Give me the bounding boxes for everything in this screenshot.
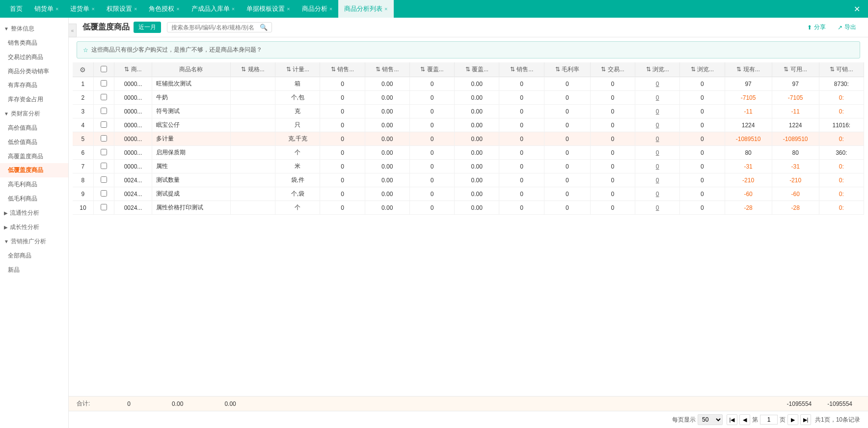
nav-purchase-order[interactable]: 进货单 ×: [64, 0, 100, 18]
row-browse1[interactable]: 0: [635, 105, 680, 118]
col-checkbox[interactable]: [93, 62, 114, 77]
per-page-dropdown[interactable]: 50 100 200: [698, 414, 723, 425]
row-browse1[interactable]: 0: [635, 146, 680, 160]
row-checkbox[interactable]: [93, 187, 114, 201]
sidebar-collapse-button[interactable]: «: [69, 24, 77, 37]
nav-role-auth[interactable]: 角色授权 ×: [143, 0, 185, 18]
search-icon[interactable]: 🔍: [260, 24, 268, 31]
row-select-checkbox[interactable]: [101, 149, 107, 155]
row-select-checkbox[interactable]: [101, 80, 107, 86]
row-select-checkbox[interactable]: [101, 94, 107, 100]
col-name[interactable]: 商品名称: [152, 62, 230, 77]
col-sales-amount[interactable]: ⇅ 销售...: [365, 62, 409, 77]
prev-page-button[interactable]: ◀: [739, 414, 750, 425]
close-icon[interactable]: ×: [134, 6, 137, 12]
col-gross-rate[interactable]: ⇅ 毛利率: [544, 62, 590, 77]
row-select-checkbox[interactable]: [101, 121, 107, 128]
sidebar-item-stock-capital[interactable]: 库存资金占用: [0, 92, 68, 107]
col-sellable[interactable]: ⇅ 可销...: [819, 62, 864, 77]
row-checkbox[interactable]: [93, 118, 114, 132]
sidebar-item-sales-goods[interactable]: 销售类商品: [0, 36, 68, 50]
table-wrapper[interactable]: ⚙ ⇅ 商... 商品名称 ⇅ 规格... ⇅ 计量... ⇅ 销售... ⇅ …: [73, 62, 864, 396]
close-icon[interactable]: ×: [176, 6, 179, 12]
sidebar-item-category-rate[interactable]: 商品分类动销率: [0, 64, 68, 79]
nav-template-settings[interactable]: 单据模板设置 ×: [241, 0, 296, 18]
row-select-checkbox[interactable]: [101, 108, 107, 114]
row-browse1[interactable]: 0: [635, 201, 680, 215]
sidebar-section-growth[interactable]: ▶ 成长性分析: [0, 220, 68, 234]
row-browse2: 0: [680, 91, 725, 105]
col-coverage1[interactable]: ⇅ 覆盖...: [409, 62, 454, 77]
sidebar-item-all-goods[interactable]: 全部商品: [0, 249, 68, 263]
row-select-checkbox[interactable]: [101, 204, 107, 210]
col-current[interactable]: ⇅ 现有...: [725, 62, 772, 77]
row-browse1[interactable]: 0: [635, 187, 680, 201]
col-sales3[interactable]: ⇅ 销售...: [499, 62, 544, 77]
sidebar-item-high-margin[interactable]: 高毛利商品: [0, 177, 68, 192]
sidebar-item-new-goods[interactable]: 新品: [0, 263, 68, 277]
sidebar-item-low-coverage[interactable]: 低覆盖度商品: [0, 163, 68, 177]
sidebar-section-wealth[interactable]: ▼ 类财富分析: [0, 107, 68, 121]
col-browse2[interactable]: ⇅ 浏览...: [680, 62, 725, 77]
nav-product-inbound[interactable]: 产成品入库单 ×: [186, 0, 241, 18]
nav-product-analysis-list[interactable]: 商品分析列表 ×: [338, 0, 393, 18]
close-icon[interactable]: ×: [91, 6, 94, 12]
nav-sales-order[interactable]: 销货单 ×: [28, 0, 64, 18]
close-icon[interactable]: ×: [329, 6, 332, 12]
row-checkbox[interactable]: [93, 91, 114, 105]
row-select-checkbox[interactable]: [101, 176, 107, 183]
row-checkbox[interactable]: [93, 201, 114, 215]
first-page-button[interactable]: |◀: [727, 414, 737, 425]
col-spec[interactable]: ⇅ 规格...: [230, 62, 275, 77]
sidebar-item-in-stock[interactable]: 有库存商品: [0, 78, 68, 92]
row-checkbox[interactable]: [93, 173, 114, 187]
settings-icon[interactable]: ⚙: [80, 66, 86, 74]
row-checkbox[interactable]: [93, 160, 114, 173]
col-browse1[interactable]: ⇅ 浏览...: [635, 62, 680, 77]
row-browse1[interactable]: 0: [635, 173, 680, 187]
row-select-checkbox[interactable]: [101, 163, 107, 169]
nav-home[interactable]: 首页: [4, 0, 28, 18]
close-icon[interactable]: ×: [287, 6, 290, 12]
export-button[interactable]: ↗ 导出: [834, 23, 860, 31]
last-page-button[interactable]: ▶|: [800, 414, 811, 425]
col-transaction[interactable]: ⇅ 交易...: [590, 62, 635, 77]
next-page-button[interactable]: ▶: [787, 414, 798, 425]
col-sales-count[interactable]: ⇅ 销售...: [320, 62, 365, 77]
row-browse1[interactable]: 0: [635, 91, 680, 105]
page-number-input[interactable]: [760, 415, 778, 425]
col-settings[interactable]: ⚙: [73, 62, 93, 77]
nav-product-analysis[interactable]: 商品分析 ×: [296, 0, 338, 18]
sidebar-item-low-margin[interactable]: 低毛利商品: [0, 192, 68, 206]
col-coverage2[interactable]: ⇅ 覆盖...: [455, 62, 499, 77]
sidebar-item-high-value[interactable]: 高价值商品: [0, 121, 68, 135]
sidebar-section-liquidity[interactable]: ▶ 流通性分析: [0, 206, 68, 220]
row-browse1[interactable]: 0: [635, 77, 680, 91]
col-available[interactable]: ⇅ 可用...: [772, 62, 819, 77]
close-icon[interactable]: ×: [232, 6, 235, 12]
window-close-button[interactable]: ✕: [850, 4, 864, 14]
row-checkbox[interactable]: [93, 132, 114, 146]
sidebar-section-overall[interactable]: ▼ 整体信息: [0, 22, 68, 36]
row-select-checkbox[interactable]: [101, 190, 107, 197]
sidebar-item-traded-goods[interactable]: 交易过的商品: [0, 50, 68, 64]
close-icon[interactable]: ×: [384, 6, 387, 12]
row-select-checkbox[interactable]: [101, 135, 107, 142]
sidebar-item-low-value[interactable]: 低价值商品: [0, 135, 68, 149]
row-checkbox[interactable]: [93, 105, 114, 118]
sidebar-section-marketing[interactable]: ▼ 营销推广分析: [0, 234, 68, 249]
row-browse1[interactable]: 0: [635, 118, 680, 132]
col-code[interactable]: ⇅ 商...: [114, 62, 152, 77]
nav-permissions[interactable]: 权限设置 ×: [101, 0, 143, 18]
share-button[interactable]: ⬆ 分享: [803, 23, 830, 31]
search-input[interactable]: [171, 24, 260, 31]
row-checkbox[interactable]: [93, 146, 114, 160]
row-browse1[interactable]: 0: [635, 160, 680, 173]
time-filter-button[interactable]: 近一月: [134, 22, 161, 33]
sidebar-item-high-coverage[interactable]: 高覆盖度商品: [0, 149, 68, 164]
row-checkbox[interactable]: [93, 77, 114, 91]
select-all-checkbox[interactable]: [101, 66, 107, 72]
row-browse1[interactable]: 0: [635, 132, 680, 146]
col-unit[interactable]: ⇅ 计量...: [275, 62, 320, 77]
close-icon[interactable]: ×: [55, 6, 58, 12]
